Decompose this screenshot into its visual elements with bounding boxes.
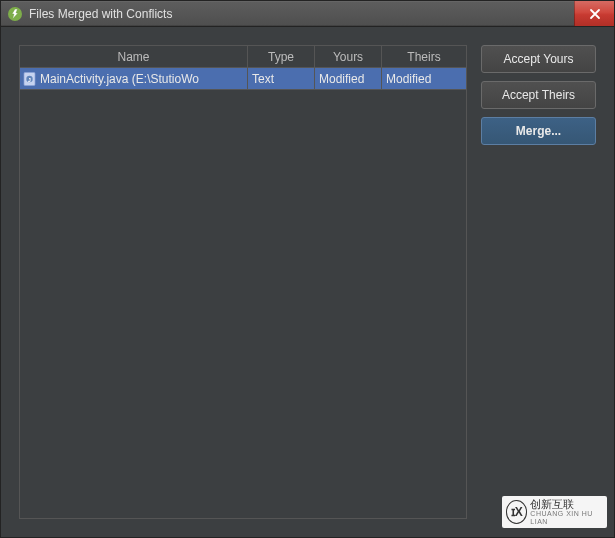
watermark: ɪX 创新互联 CHUANG XIN HU LIAN (502, 496, 607, 528)
dialog-content: Name Type Yours Theirs J (1, 27, 614, 537)
dialog-window: Files Merged with Conflicts Name Type Yo… (0, 0, 615, 538)
watermark-main: 创新互联 (530, 498, 603, 510)
cell-yours: Modified (315, 68, 382, 89)
watermark-text: 创新互联 CHUANG XIN HU LIAN (530, 498, 603, 525)
java-file-icon: J (22, 72, 36, 86)
column-header-name[interactable]: Name (20, 46, 248, 67)
table-header: Name Type Yours Theirs (20, 46, 466, 68)
cell-type: Text (248, 68, 315, 89)
app-icon (7, 6, 23, 22)
cell-theirs: Modified (382, 68, 466, 89)
column-header-type[interactable]: Type (248, 46, 315, 67)
window-title: Files Merged with Conflicts (29, 7, 172, 21)
action-buttons: Accept Yours Accept Theirs Merge... (481, 45, 596, 519)
column-header-theirs[interactable]: Theirs (382, 46, 466, 67)
cell-name: J MainActivity.java (E:\StutioWo (20, 68, 248, 89)
title-bar: Files Merged with Conflicts (1, 1, 614, 27)
watermark-logo-icon: ɪX (506, 500, 527, 524)
file-name-label: MainActivity.java (E:\StutioWo (40, 72, 199, 86)
conflicts-table: Name Type Yours Theirs J (19, 45, 467, 519)
table-row[interactable]: J MainActivity.java (E:\StutioWo Text Mo… (20, 68, 466, 90)
accept-theirs-button[interactable]: Accept Theirs (481, 81, 596, 109)
close-button[interactable] (574, 1, 614, 26)
watermark-sub: CHUANG XIN HU LIAN (530, 510, 603, 525)
table-body: J MainActivity.java (E:\StutioWo Text Mo… (20, 68, 466, 518)
merge-button[interactable]: Merge... (481, 117, 596, 145)
svg-text:J: J (28, 76, 31, 82)
accept-yours-button[interactable]: Accept Yours (481, 45, 596, 73)
column-header-yours[interactable]: Yours (315, 46, 382, 67)
